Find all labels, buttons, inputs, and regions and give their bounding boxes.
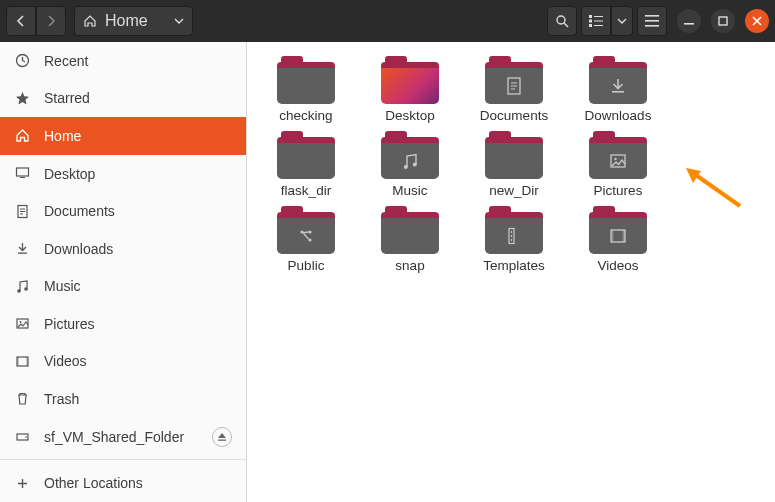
svg-point-20 [19, 321, 21, 323]
sidebar-item-label: Recent [44, 53, 88, 69]
chevron-left-icon [16, 15, 26, 27]
svg-rect-26 [218, 439, 226, 440]
folder-item[interactable]: new_Dir [467, 131, 561, 198]
folder-label: Videos [597, 258, 638, 273]
svg-rect-10 [684, 23, 694, 25]
sidebar-item-recent[interactable]: Recent [0, 42, 246, 80]
chevron-right-icon [46, 15, 56, 27]
window-close-button[interactable] [745, 9, 769, 33]
back-button[interactable] [6, 6, 36, 36]
pictures-icon [608, 151, 628, 171]
folder-label: checking [279, 108, 332, 123]
svg-rect-11 [719, 17, 727, 25]
maximize-icon [718, 16, 728, 26]
sidebar-item-shared-drive[interactable]: sf_VM_Shared_Folder [0, 418, 246, 456]
svg-rect-4 [594, 21, 603, 22]
folder-label: Public [288, 258, 325, 273]
home-icon [83, 14, 97, 28]
documents-icon [14, 203, 30, 219]
svg-rect-6 [594, 25, 603, 26]
sidebar-item-label: Starred [44, 90, 90, 106]
header-bar: Home [0, 0, 775, 42]
svg-point-33 [300, 230, 303, 233]
svg-rect-23 [26, 357, 28, 366]
music-icon [400, 151, 420, 171]
sidebar-item-label: Videos [44, 353, 87, 369]
folder-item[interactable]: flask_dir [259, 131, 353, 198]
drive-icon [14, 429, 30, 445]
sidebar-item-label: Desktop [44, 166, 95, 182]
eject-icon [217, 432, 227, 442]
public-icon [296, 226, 316, 246]
svg-rect-9 [645, 25, 659, 27]
folder-label: Desktop [385, 108, 435, 123]
sidebar: Recent Starred Home Desktop Documents Do… [0, 42, 247, 502]
sidebar-item-label: Pictures [44, 316, 95, 332]
downloads-icon [608, 76, 628, 96]
music-icon [14, 278, 30, 294]
trash-icon [14, 391, 30, 407]
videos-icon [608, 226, 628, 246]
clock-icon [14, 53, 30, 69]
folder-item[interactable]: Music [363, 131, 457, 198]
search-button[interactable] [547, 6, 577, 36]
content-area[interactable]: checking Desktop Documents Downloads [247, 42, 775, 502]
view-options-button[interactable] [611, 6, 633, 36]
folder-item[interactable]: Documents [467, 56, 561, 123]
forward-button[interactable] [36, 6, 66, 36]
view-list-button[interactable] [581, 6, 611, 36]
sidebar-item-starred[interactable]: Starred [0, 80, 246, 118]
minimize-icon [684, 16, 694, 26]
svg-rect-13 [16, 168, 28, 176]
templates-icon [504, 226, 524, 246]
folder-label: flask_dir [281, 183, 331, 198]
svg-rect-1 [589, 15, 592, 18]
svg-point-25 [25, 436, 27, 438]
plus-icon [14, 475, 30, 491]
sidebar-item-other-locations[interactable]: Other Locations [0, 464, 246, 502]
icon-grid: checking Desktop Documents Downloads [259, 56, 763, 273]
path-bar[interactable]: Home [74, 6, 193, 36]
videos-icon [14, 353, 30, 369]
folder-label: Templates [483, 258, 545, 273]
svg-point-29 [404, 165, 408, 169]
caret-down-icon [174, 18, 184, 24]
folder-item[interactable]: Desktop [363, 56, 457, 123]
caret-down-icon [617, 18, 627, 24]
sidebar-item-videos[interactable]: Videos [0, 343, 246, 381]
folder-item[interactable]: Public [259, 206, 353, 273]
sidebar-item-music[interactable]: Music [0, 267, 246, 305]
sidebar-item-downloads[interactable]: Downloads [0, 230, 246, 268]
folder-label: Downloads [585, 108, 652, 123]
pictures-icon [14, 316, 30, 332]
home-icon [14, 128, 30, 144]
window-minimize-button[interactable] [677, 9, 701, 33]
folder-label: new_Dir [489, 183, 539, 198]
svg-rect-7 [645, 15, 659, 17]
sidebar-item-trash[interactable]: Trash [0, 380, 246, 418]
window-maximize-button[interactable] [711, 9, 735, 33]
folder-item[interactable]: Pictures [571, 131, 665, 198]
folder-item[interactable]: Templates [467, 206, 561, 273]
sidebar-item-label: Home [44, 128, 81, 144]
sidebar-item-pictures[interactable]: Pictures [0, 305, 246, 343]
nav-group [6, 6, 66, 36]
svg-rect-14 [20, 177, 25, 178]
folder-item[interactable]: Videos [571, 206, 665, 273]
svg-point-18 [24, 287, 28, 291]
downloads-icon [14, 241, 30, 257]
svg-point-0 [557, 16, 565, 24]
sidebar-item-label: sf_VM_Shared_Folder [44, 429, 184, 445]
search-icon [555, 14, 569, 28]
svg-rect-22 [17, 357, 19, 366]
folder-item[interactable]: snap [363, 206, 457, 273]
sidebar-item-home[interactable]: Home [0, 117, 246, 155]
folder-item[interactable]: Downloads [571, 56, 665, 123]
folder-item[interactable]: checking [259, 56, 353, 123]
eject-button[interactable] [212, 427, 232, 447]
star-icon [14, 90, 30, 106]
hamburger-button[interactable] [637, 6, 667, 36]
sidebar-item-desktop[interactable]: Desktop [0, 155, 246, 193]
svg-rect-38 [611, 230, 614, 242]
sidebar-item-documents[interactable]: Documents [0, 192, 246, 230]
